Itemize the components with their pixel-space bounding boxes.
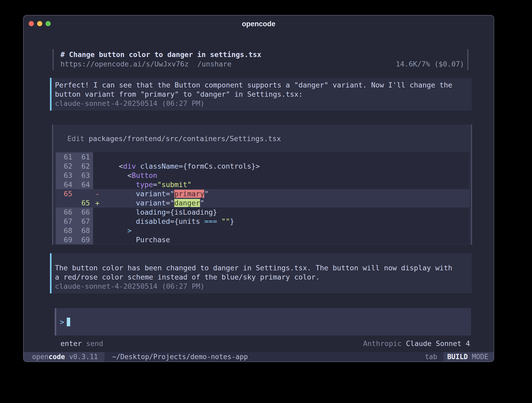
diff-marker	[93, 226, 102, 235]
diff-marker	[93, 152, 102, 162]
hint-row: enter send Anthropic Claude Sonnet 4	[60, 339, 470, 348]
line-number-old: 66	[56, 208, 75, 217]
assistant-message-text: The button color has been changed to dan…	[55, 263, 468, 282]
assistant-message: Perfect! I can see that the Button compo…	[50, 78, 472, 111]
line-number-new: 61	[75, 152, 93, 162]
line-number-old: 63	[56, 171, 75, 180]
line-number-old: 62	[56, 162, 75, 171]
line-number-old: 64	[56, 180, 75, 189]
line-number-old: 68	[56, 226, 75, 235]
line-number-new: 66	[75, 208, 93, 217]
status-bar: opencode v0.3.11 ~/Desktop/Projects/demo…	[24, 352, 494, 361]
line-number-new: 69	[75, 235, 93, 244]
prompt-chevron: >	[60, 318, 64, 326]
diff-code-line: type="submit"	[102, 180, 469, 189]
tab-key-hint: tab	[425, 353, 437, 361]
diff-row: 65- variant="primary"	[56, 189, 469, 198]
send-hint: enter send	[60, 339, 103, 348]
line-number-new: 65	[75, 198, 93, 208]
diff-row: 6666 loading={isLoading}	[56, 208, 469, 217]
diff-code-line: >	[102, 226, 469, 235]
diff-code-line: <Button	[102, 171, 469, 180]
assistant-message-meta: claude-sonnet-4-20250514 (06:27 PM)	[55, 99, 468, 108]
diff-row: 6363 <Button	[56, 171, 469, 180]
line-number-new: 68	[75, 226, 93, 235]
diff-tool-name: Edit	[67, 135, 89, 143]
header-spacer	[232, 59, 396, 69]
diff-rows: 61616262 <div className={formCs.controls…	[56, 152, 469, 244]
line-number-old: 61	[56, 152, 75, 162]
unshare-command[interactable]: /unshare	[197, 59, 232, 69]
line-number-new: 64	[75, 180, 93, 189]
diff-code-line: loading={isLoading}	[102, 208, 469, 217]
line-number-new: 63	[75, 171, 93, 180]
diff-code-line	[102, 152, 469, 162]
mode-badge[interactable]: BUILD MODE	[443, 352, 494, 361]
prompt-input[interactable]: >	[55, 308, 471, 335]
app-version-badge: opencode v0.3.11	[24, 352, 105, 361]
model-indicator: Anthropic Claude Sonnet 4	[363, 339, 470, 348]
line-number-old: 65	[56, 189, 75, 198]
line-number-new: 62	[75, 162, 93, 171]
line-number-old	[56, 198, 75, 208]
assistant-message-meta: claude-sonnet-4-20250514 (06:27 PM)	[55, 282, 468, 291]
diff-marker	[93, 162, 102, 171]
diff-row: 65+ variant="danger"	[56, 198, 469, 208]
diff-marker: -	[93, 189, 102, 198]
line-number-new	[75, 189, 93, 198]
line-number-new: 67	[75, 217, 93, 226]
diff-code-line: disabled={units === ""}	[102, 217, 469, 226]
share-url-link[interactable]: https://opencode.ai/s/UwJxv76z	[60, 59, 189, 69]
line-number-old: 67	[56, 217, 75, 226]
diff-header: Edit packages/frontend/src/containers/Se…	[53, 135, 471, 142]
titlebar: opencode	[24, 16, 494, 32]
diff-marker	[93, 180, 102, 189]
diff-code-line: variant="danger"	[102, 198, 469, 208]
token-cost-stats: 14.6K/7% ($0.07)	[396, 59, 464, 69]
diff-marker	[93, 235, 102, 244]
diff-row: 6262 <div className={formCs.controls}>	[56, 162, 469, 171]
session-title: # Change button color to danger in setti…	[60, 50, 261, 59]
diff-file-path: packages/frontend/src/containers/Setting…	[89, 135, 281, 143]
diff-marker	[93, 208, 102, 217]
diff-row: 6868 >	[56, 226, 469, 235]
assistant-message-text: Perfect! I can see that the Button compo…	[55, 80, 468, 99]
diff-marker	[93, 171, 102, 180]
diff-code-line: Purchase	[102, 235, 469, 244]
assistant-message: The button color has been changed to dan…	[50, 253, 472, 293]
diff-row: 6464 type="submit"	[56, 180, 469, 189]
window-title: opencode	[24, 16, 494, 32]
diff-row: 6767 disabled={units === ""}	[56, 217, 469, 226]
diff-marker: +	[93, 198, 102, 208]
opencode-window: opencode # Change button color to danger…	[23, 15, 494, 362]
diff-code-line: <div className={formCs.controls}>	[102, 162, 469, 171]
session-header: # Change button color to danger in setti…	[53, 49, 468, 70]
diff-code-line: variant="primary"	[102, 189, 469, 198]
edit-tool-diff: Edit packages/frontend/src/containers/Se…	[52, 125, 472, 245]
text-cursor	[67, 318, 70, 326]
diff-marker	[93, 217, 102, 226]
diff-row: 6161	[56, 152, 469, 162]
working-directory: ~/Desktop/Projects/demo-notes-app	[112, 353, 248, 361]
diff-row: 6969 Purchase	[56, 235, 469, 244]
line-number-old: 69	[56, 235, 75, 244]
